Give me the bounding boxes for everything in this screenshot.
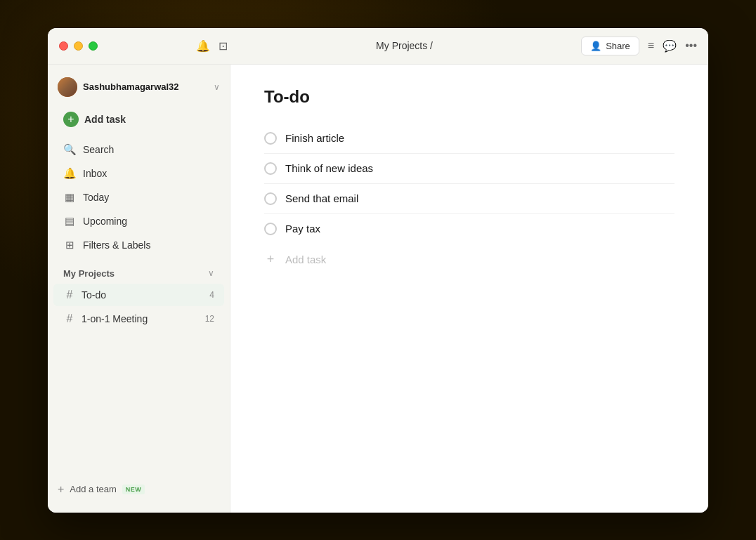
- breadcrumb: My Projects /: [228, 40, 581, 51]
- sidebar-item-inbox[interactable]: 🔔 Inbox: [53, 162, 224, 185]
- task-item[interactable]: Send that email: [264, 184, 674, 214]
- project-meeting-name: 1-on-1 Meeting: [82, 313, 200, 324]
- project-todo-count: 4: [209, 290, 214, 300]
- projects-toggle-icon[interactable]: ∨: [208, 268, 214, 278]
- search-icon: 🔍: [63, 143, 76, 156]
- app-window: 🔔 ⊡ My Projects / 👤 Share ≡ 💬 ••• Sashub…: [48, 28, 708, 513]
- upcoming-icon: ▤: [63, 215, 76, 228]
- sidebar-item-search-label: Search: [83, 144, 114, 155]
- add-task-button[interactable]: + Add task: [53, 107, 224, 132]
- project-item-todo[interactable]: # To-do 4: [53, 284, 224, 306]
- task-item[interactable]: Finish article: [264, 124, 674, 154]
- titlebar-actions: 👤 Share ≡ 💬 •••: [581, 37, 697, 55]
- share-label: Share: [606, 41, 630, 51]
- sidebar-item-filters[interactable]: ⊞ Filters & Labels: [53, 234, 224, 256]
- close-button[interactable]: [59, 41, 68, 51]
- bell-icon[interactable]: 🔔: [196, 39, 210, 53]
- add-task-plus-icon: +: [264, 252, 277, 267]
- sidebar: Sashubhamagarwal32 ∨ + Add task 🔍 Search…: [48, 65, 230, 513]
- traffic-lights: [59, 41, 98, 51]
- add-task-icon: +: [63, 112, 79, 127]
- page-title: To-do: [264, 87, 674, 107]
- titlebar: 🔔 ⊡ My Projects / 👤 Share ≡ 💬 •••: [48, 28, 708, 65]
- sidebar-footer: + Add a team NEW: [48, 475, 230, 504]
- sidebar-toggle-icon[interactable]: ⊡: [219, 39, 228, 53]
- main-content: Sashubhamagarwal32 ∨ + Add task 🔍 Search…: [48, 65, 708, 513]
- add-team-icon: +: [58, 483, 64, 496]
- task-text-1: Finish article: [285, 132, 674, 144]
- today-icon: ▦: [63, 191, 76, 204]
- content-area: To-do Finish article Think of new ideas …: [230, 65, 708, 513]
- filter-icon[interactable]: ≡: [648, 39, 654, 52]
- avatar: [58, 77, 77, 97]
- task-text-2: Think of new ideas: [285, 162, 674, 174]
- comment-icon[interactable]: 💬: [663, 39, 677, 53]
- new-badge: NEW: [122, 485, 145, 494]
- share-icon: 👤: [590, 41, 601, 51]
- projects-section-title: My Projects: [63, 268, 115, 279]
- sidebar-item-upcoming[interactable]: ▤ Upcoming: [53, 210, 224, 232]
- task-checkbox-1[interactable]: [264, 132, 277, 145]
- sidebar-item-search[interactable]: 🔍 Search: [53, 138, 224, 161]
- projects-section-header: My Projects ∨: [53, 260, 224, 283]
- sidebar-item-upcoming-label: Upcoming: [83, 216, 127, 227]
- titlebar-left-icons: 🔔 ⊡: [196, 39, 228, 53]
- sidebar-item-today[interactable]: ▦ Today: [53, 186, 224, 209]
- add-team-button[interactable]: + Add a team NEW: [58, 483, 220, 496]
- add-task-row-label: Add task: [285, 253, 326, 265]
- project-hash-icon: #: [63, 289, 76, 301]
- more-icon[interactable]: •••: [685, 39, 697, 52]
- task-checkbox-4[interactable]: [264, 223, 277, 235]
- task-item[interactable]: Think of new ideas: [264, 154, 674, 184]
- share-button[interactable]: 👤 Share: [581, 37, 639, 55]
- add-team-label: Add a team: [70, 484, 117, 494]
- user-section[interactable]: Sashubhamagarwal32 ∨: [48, 73, 230, 105]
- task-item[interactable]: Pay tax: [264, 214, 674, 244]
- task-checkbox-3[interactable]: [264, 192, 277, 205]
- sidebar-item-inbox-label: Inbox: [83, 168, 107, 179]
- filters-icon: ⊞: [63, 239, 76, 251]
- task-text-3: Send that email: [285, 192, 674, 204]
- project-hash-icon-2: #: [63, 312, 76, 325]
- username: Sashubhamagarwal32: [83, 81, 208, 92]
- inbox-icon: 🔔: [63, 167, 76, 180]
- minimize-button[interactable]: [74, 41, 83, 51]
- maximize-button[interactable]: [89, 41, 98, 51]
- project-todo-name: To-do: [82, 289, 204, 301]
- sidebar-item-today-label: Today: [83, 192, 109, 203]
- add-task-row[interactable]: + Add task: [264, 244, 674, 275]
- task-list: Finish article Think of new ideas Send t…: [264, 124, 674, 244]
- project-item-meeting[interactable]: # 1-on-1 Meeting 12: [53, 308, 224, 330]
- task-checkbox-2[interactable]: [264, 162, 277, 175]
- project-meeting-count: 12: [205, 314, 214, 324]
- sidebar-item-filters-label: Filters & Labels: [83, 239, 150, 251]
- task-text-4: Pay tax: [285, 223, 674, 235]
- add-task-label: Add task: [84, 114, 126, 125]
- chevron-down-icon: ∨: [214, 82, 220, 92]
